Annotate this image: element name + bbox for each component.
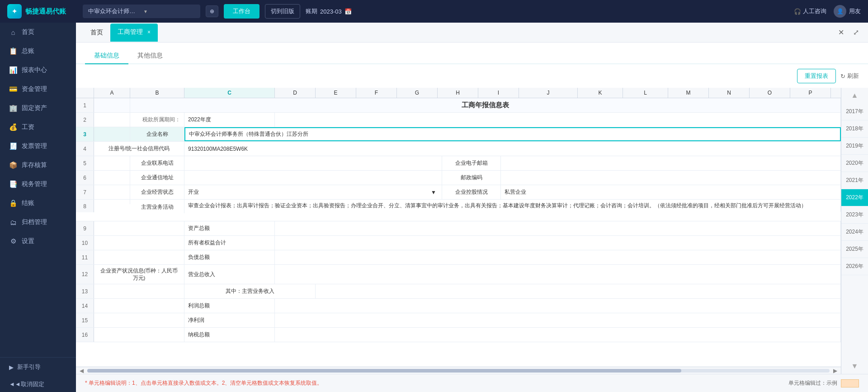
cell-6-j[interactable]: 邮政编码 (442, 171, 501, 185)
cell-3-a[interactable] (94, 127, 130, 141)
cell-15-c[interactable]: 净利润 (184, 313, 275, 327)
old-version-button[interactable]: 切到旧版 (265, 4, 300, 19)
copy-button[interactable]: ⊕ (206, 5, 218, 17)
cell-6-c[interactable] (184, 171, 442, 185)
cell-10-c[interactable]: 所有者权益合计 (184, 236, 275, 250)
cell-12-d[interactable] (275, 265, 841, 284)
cell-14-d[interactable] (275, 299, 841, 313)
cell-2-a[interactable] (94, 113, 130, 127)
cell-14-a[interactable] (94, 299, 130, 313)
tab-close-icon[interactable]: × (147, 29, 151, 35)
cell-6-a[interactable] (94, 171, 130, 185)
sidebar-item-tax[interactable]: 📑 税务管理 (0, 175, 76, 194)
service-button[interactable]: 🎧 人工咨询 (794, 7, 826, 15)
sidebar-item-assets[interactable]: 🏢 固定资产 (0, 99, 76, 118)
sidebar-item-ledger[interactable]: 📋 总账 (0, 42, 76, 61)
cell-11-d[interactable] (275, 250, 841, 264)
cell-11-c[interactable]: 负债总额 (184, 250, 275, 264)
cell-2-c[interactable]: 2022年度 (184, 113, 275, 127)
cell-4-ab[interactable]: 注册号/统一社会信用代码 (94, 142, 184, 156)
user-area[interactable]: 👤 用友 (834, 5, 861, 18)
sidebar-item-settings[interactable]: ⚙ 设置 (0, 232, 76, 251)
year-item-2017[interactable]: 2017年 (841, 103, 868, 120)
cell-11-a[interactable] (94, 250, 130, 264)
cell-1-title[interactable]: 工商年报信息表 (130, 98, 841, 112)
cell-10-d[interactable] (275, 236, 841, 250)
cell-10-a[interactable] (94, 236, 130, 250)
cell-5-a[interactable] (94, 156, 130, 170)
year-item-2020[interactable]: 2020年 (841, 155, 868, 172)
sidebar-item-payroll[interactable]: 💰 工资 (0, 118, 76, 137)
cell-5-j[interactable]: 企业电子邮箱 (442, 156, 501, 170)
bottom-scrollbar[interactable]: ◀ ▶ (76, 367, 841, 374)
cell-7-b[interactable]: 企业经营状态 (130, 185, 184, 199)
year-item-2025[interactable]: 2025年 (841, 241, 868, 258)
cell-12-c[interactable]: 营业总收入 (184, 265, 275, 284)
scroll-right-button[interactable]: ▶ (831, 367, 839, 374)
tab-home[interactable]: 首页 (83, 24, 110, 41)
refresh-button[interactable]: ↻ 刷新 (840, 72, 859, 80)
status-dropdown[interactable]: ▼ (431, 189, 436, 196)
sub-tab-other[interactable]: 其他信息 (128, 48, 172, 64)
calendar-icon[interactable]: 📅 (344, 8, 352, 15)
cell-9-c[interactable]: 资产总额 (184, 221, 275, 235)
cell-8-a[interactable] (94, 200, 130, 204)
cell-2-b[interactable]: 税款所属期间： (130, 113, 184, 127)
sidebar-item-finance[interactable]: 💳 资金管理 (0, 80, 76, 99)
cell-3-b[interactable]: 企业名称 (130, 127, 184, 141)
cell-5-b[interactable]: 企业联系电话 (130, 156, 184, 170)
sidebar-item-home[interactable]: ⌂ 首页 (0, 23, 76, 42)
cell-12-ab[interactable]: 企业资产状况信息(币种：人民币万元) (94, 265, 184, 284)
sub-tab-basic[interactable]: 基础信息 (85, 48, 128, 64)
cell-1-a[interactable] (94, 98, 130, 112)
year-item-2018[interactable]: 2018年 (841, 120, 868, 138)
new-user-guide[interactable]: ▶ 新手引导 (0, 357, 76, 377)
cell-16-d[interactable] (275, 328, 841, 342)
cell-4-c[interactable]: 91320100MA208E5W6K (184, 142, 841, 156)
sidebar-item-invoice[interactable]: 🧾 发票管理 (0, 137, 76, 156)
company-selector[interactable]: 中审众环会计师事务所（特殊普通合伙... ▼ (83, 5, 200, 18)
cell-6-b[interactable]: 企业通信地址 (130, 171, 184, 185)
expand-icon[interactable]: ⤢ (851, 26, 861, 38)
tab-business[interactable]: 工商管理 × (110, 24, 158, 42)
year-item-2019[interactable]: 2019年 (841, 138, 868, 155)
year-item-2021[interactable]: 2021年 (841, 172, 868, 189)
scroll-track[interactable] (87, 369, 830, 373)
cell-9-a[interactable] (94, 221, 130, 235)
year-item-2024[interactable]: 2024年 (841, 224, 868, 241)
sidebar-item-archive[interactable]: 🗂 归档管理 (0, 213, 76, 232)
cell-15-a[interactable] (94, 313, 130, 327)
year-item-2022[interactable]: 2022年 (841, 189, 868, 206)
cell-13-cd[interactable]: 其中：主营业务收入 (184, 284, 316, 298)
unpin-button[interactable]: ◄◄取消固定 (0, 377, 76, 392)
cell-8-b[interactable]: 主营业务活动 (130, 200, 184, 213)
cell-9-d[interactable] (275, 221, 841, 235)
close-icon[interactable]: ✕ (836, 26, 846, 38)
cell-5-c[interactable] (184, 156, 442, 170)
sidebar-item-closing[interactable]: 🔒 结账 (0, 194, 76, 213)
cell-8-activity[interactable]: 审查企业会计报表；出具审计报告；验证企业资本；出具验资报告；办理企业合开、分立、… (184, 200, 841, 212)
sidebar-item-reports[interactable]: 📊 报表中心 (0, 61, 76, 80)
cell-7-a[interactable] (94, 185, 130, 199)
cell-15-d[interactable] (275, 313, 841, 327)
cell-3-company[interactable]: 中审众环会计师事务所（特殊普通合伙）江苏分所 (184, 127, 841, 141)
cell-7-j[interactable]: 企业控股情况 (442, 185, 501, 199)
workbench-button[interactable]: 工作台 (224, 4, 259, 19)
cell-13-e[interactable] (316, 284, 841, 298)
sidebar-item-inventory[interactable]: 📦 库存核算 (0, 156, 76, 175)
grid-body[interactable]: 1 工商年报信息表 2 税款所属期间： 2022年度 (76, 98, 841, 367)
scroll-thumb[interactable] (87, 369, 681, 373)
cell-16-c[interactable]: 纳税总额 (184, 328, 275, 342)
cell-6-k[interactable] (501, 171, 841, 185)
year-item-2023[interactable]: 2023年 (841, 206, 868, 224)
cell-7-status[interactable]: 开业 ▼ (184, 185, 442, 199)
year-panel-up-arrow[interactable]: ▲ (849, 90, 860, 101)
cell-14-c[interactable]: 利润总额 (184, 299, 275, 313)
year-item-2026[interactable]: 2026年 (841, 258, 868, 275)
scroll-left-button[interactable]: ◀ (78, 367, 85, 374)
cell-13-a[interactable] (94, 284, 130, 298)
cell-7-k[interactable]: 私营企业 (501, 185, 841, 199)
cell-2-rest[interactable] (275, 113, 841, 127)
cell-16-a[interactable] (94, 328, 130, 342)
reset-report-button[interactable]: 重置报表 (797, 69, 836, 83)
